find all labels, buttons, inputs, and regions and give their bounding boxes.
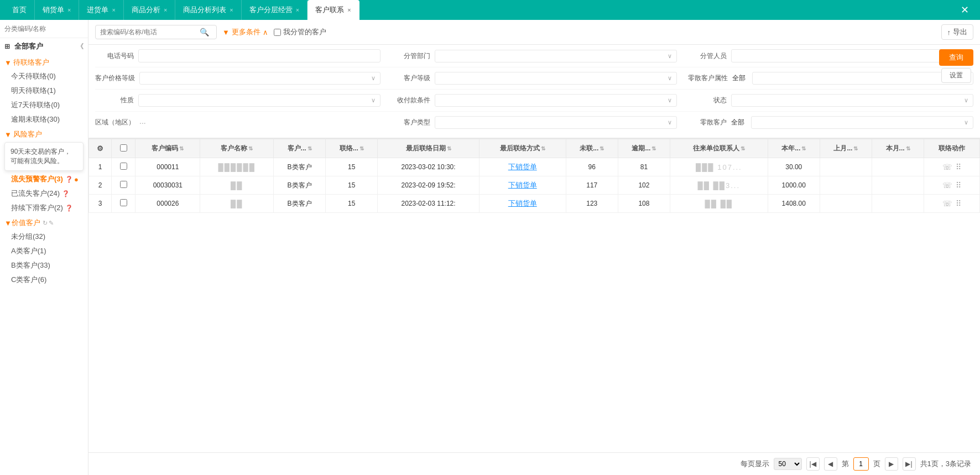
tab-customer-contact-close[interactable]: × xyxy=(347,7,351,13)
row2-method-link[interactable]: 下销货单 xyxy=(508,181,537,189)
sidebar-item-tomorrow[interactable]: 明天待联络(1) xyxy=(0,83,88,98)
query-button[interactable]: 查询 xyxy=(939,49,973,66)
current-page-input[interactable]: 1 xyxy=(853,457,869,471)
window-close-button[interactable]: ✕ xyxy=(954,4,976,16)
edit-icon[interactable]: ✎ xyxy=(49,220,54,227)
filter-customer-grade-select[interactable]: ∨ xyxy=(435,72,677,85)
row2-this-year: 1000.00 xyxy=(768,176,820,195)
row3-contact-person: ██ ██ xyxy=(670,195,768,213)
col-last-date[interactable]: 最后联络日期⇅ xyxy=(378,139,479,158)
sidebar-group-value[interactable]: ▼ 价值客户 ↻ ✎ xyxy=(0,215,88,229)
col-this-month[interactable]: 本月...⇅ xyxy=(872,139,924,158)
row1-select[interactable] xyxy=(120,163,127,170)
row2-last-method[interactable]: 下销货单 xyxy=(479,176,566,195)
region-dots-button[interactable]: ··· xyxy=(139,118,146,127)
sidebar-all-customers[interactable]: ⊞ 全部客户 《 xyxy=(0,38,88,55)
export-button[interactable]: ↑ 导出 xyxy=(941,24,974,40)
row1-action-contact[interactable]: ☏ xyxy=(942,163,952,171)
row3-action-more[interactable]: ⠿ xyxy=(956,199,961,208)
filter-price-grade-select[interactable]: ∨ xyxy=(139,72,380,85)
tab-sales-close[interactable]: × xyxy=(67,7,71,13)
col-checkbox[interactable] xyxy=(112,139,135,158)
filter-status-select[interactable]: ∨ xyxy=(731,94,973,107)
col-contact-person[interactable]: 往来单位联系人⇅ xyxy=(670,139,768,158)
col-this-year[interactable]: 本年...⇅ xyxy=(768,139,820,158)
row1-last-method[interactable]: 下销货单 xyxy=(479,158,566,176)
next-page-button[interactable]: ▶ xyxy=(885,457,898,471)
row3-checkbox[interactable] xyxy=(112,195,135,213)
tab-home[interactable]: 首页 xyxy=(4,0,35,20)
filter-dept-label: 分管部门 xyxy=(392,51,430,61)
sort-icon-contact: ⇅ xyxy=(359,145,364,152)
row3-action-contact[interactable]: ☏ xyxy=(942,199,952,208)
sidebar-item-ungrouped[interactable]: 未分组(32) xyxy=(0,229,88,244)
row2-action-contact[interactable]: ☏ xyxy=(942,181,952,190)
row1-method-link[interactable]: 下销货单 xyxy=(508,163,537,171)
tab-analysis-list-close[interactable]: × xyxy=(230,7,233,13)
row1-name: ██████ xyxy=(200,158,274,176)
filter-dept-select[interactable]: ∨ xyxy=(435,50,677,62)
chevron-down-icon-3: ∨ xyxy=(668,75,672,82)
tab-customer-segment-close[interactable]: × xyxy=(296,7,299,13)
my-customers-checkbox[interactable] xyxy=(274,29,281,36)
col-last-month[interactable]: 上月...⇅ xyxy=(820,139,872,158)
sidebar-item-class-c[interactable]: C类客户(6) xyxy=(0,273,88,287)
col-contact-days[interactable]: 联络...⇅ xyxy=(326,139,378,158)
filter-person-input[interactable] xyxy=(731,49,962,62)
tab-purchase-close[interactable]: × xyxy=(112,7,115,13)
last-page-button[interactable]: ▶| xyxy=(903,457,916,471)
collapse-icon[interactable]: 《 xyxy=(77,42,84,51)
sidebar-item-overdue[interactable]: 逾期未联络(30) xyxy=(0,112,88,127)
col-code[interactable]: 客户编码⇅ xyxy=(135,139,200,158)
refresh-icon[interactable]: ↻ xyxy=(43,220,48,227)
tab-analysis-list[interactable]: 商品分析列表 × xyxy=(175,0,241,20)
settings-button[interactable]: 设置 xyxy=(941,68,971,83)
row1-action-more[interactable]: ⠿ xyxy=(956,163,961,171)
row2-checkbox[interactable] xyxy=(112,176,135,195)
first-page-button[interactable]: |◀ xyxy=(806,457,820,471)
tab-sales[interactable]: 销货单 × xyxy=(35,0,79,20)
row3-select[interactable] xyxy=(120,199,127,206)
col-type[interactable]: 客户...⇅ xyxy=(274,139,326,158)
row2-select[interactable] xyxy=(120,181,127,188)
tab-purchase[interactable]: 进货单 × xyxy=(79,0,123,20)
sidebar-item-churn-warning[interactable]: 流失预警客户(3) ❓ ● xyxy=(0,172,88,186)
per-page-select[interactable]: 50 20 100 xyxy=(774,458,802,470)
main-search-input[interactable] xyxy=(100,28,200,36)
filter-customer-type-label: 客户类型 xyxy=(392,118,430,127)
sidebar-item-7days[interactable]: 近7天待联络(0) xyxy=(0,98,88,112)
sidebar-group-risk[interactable]: ▼ 风险客户 xyxy=(0,127,88,141)
tab-analysis-close[interactable]: × xyxy=(164,7,167,13)
col-no-contact[interactable]: 未联...⇅ xyxy=(566,139,618,158)
my-customers-checkbox-label[interactable]: 我分管的客户 xyxy=(274,27,326,37)
filter-payment-select[interactable]: ∨ xyxy=(435,94,677,107)
filter-phone-input[interactable] xyxy=(138,49,380,62)
tab-analysis[interactable]: 商品分析 × xyxy=(124,0,175,20)
row3-last-method[interactable]: 下销货单 xyxy=(479,195,566,213)
filter-scatter-select[interactable]: ∨ xyxy=(751,116,973,129)
col-last-method[interactable]: 最后联络方式⇅ xyxy=(479,139,566,158)
sidebar-group-pending[interactable]: ▼ 待联络客户 xyxy=(0,55,88,69)
select-all-checkbox[interactable] xyxy=(120,144,127,152)
tab-customer-contact[interactable]: 客户联系 × xyxy=(307,0,359,20)
settings-gear-icon[interactable]: ⚙ xyxy=(97,144,103,153)
row3-no-contact: 123 xyxy=(566,195,618,213)
row1-checkbox[interactable] xyxy=(112,158,135,176)
sidebar-item-today[interactable]: 今天待联络(0) xyxy=(0,69,88,83)
col-settings[interactable]: ⚙ xyxy=(89,139,112,158)
col-name[interactable]: 客户名称⇅ xyxy=(200,139,274,158)
sidebar-item-churned[interactable]: 已流失客户(24) ❓ xyxy=(0,186,88,201)
more-filters-button[interactable]: ▼ 更多条件 ∧ xyxy=(222,27,268,37)
sidebar-item-class-a[interactable]: A类客户(1) xyxy=(0,244,88,258)
col-overdue[interactable]: 逾期...⇅ xyxy=(618,139,670,158)
sidebar-item-class-b[interactable]: B类客户(33) xyxy=(0,258,88,273)
tab-customer-segment[interactable]: 客户分层经营 × xyxy=(242,0,307,20)
filter-customer-type-select[interactable]: ∨ xyxy=(435,116,677,129)
prev-page-button[interactable]: ◀ xyxy=(824,457,837,471)
filter-nature-select[interactable]: ∨ xyxy=(138,94,380,107)
sidebar-item-declining[interactable]: 持续下滑客户(2) ❓ xyxy=(0,201,88,215)
sidebar-search-input[interactable] xyxy=(4,25,87,33)
row2-action-more[interactable]: ⠿ xyxy=(956,181,961,190)
row3-method-link[interactable]: 下销货单 xyxy=(508,199,537,207)
main-search-icon[interactable]: 🔍 xyxy=(200,28,209,36)
